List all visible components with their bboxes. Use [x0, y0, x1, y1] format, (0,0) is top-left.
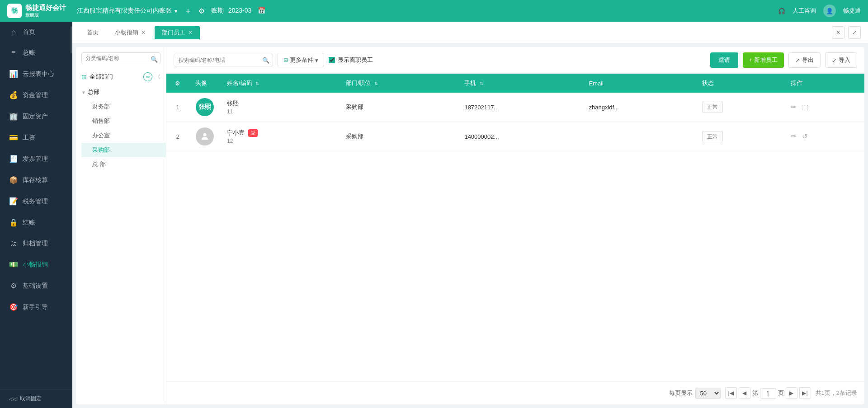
search-icon: 🔍: [262, 57, 269, 64]
col-dept[interactable]: 部门/职位 ⇅: [340, 74, 458, 93]
dept-item-hq[interactable]: 总 部: [81, 157, 166, 172]
delete-icon[interactable]: ↺: [802, 132, 808, 141]
tab-dept-emp-close-icon[interactable]: ✕: [188, 29, 193, 36]
add-employee-button[interactable]: + 新增员工: [743, 52, 784, 68]
dept-group-hq[interactable]: ▼ 总部: [76, 85, 166, 99]
emp-phone: 140000002...: [464, 133, 499, 140]
table-row: 1 张熙 张熙 11 采购部: [166, 93, 864, 122]
sidebar-item-reports[interactable]: 📊 云报表中心: [0, 63, 72, 84]
tab-expense[interactable]: 小畅报销 ✕: [108, 26, 153, 39]
page-size-select[interactable]: 50 10 20 100: [695, 388, 721, 399]
table-row: 2 宁小壹 应 12: [166, 122, 864, 151]
status-badge: 正常: [702, 102, 723, 113]
content-area: 首页 小畅报销 ✕ 部门员工 ✕ ✕ ⤢ 🔍: [72, 22, 868, 408]
home-icon: ⌂: [9, 28, 18, 36]
edit-icon[interactable]: ✏: [791, 132, 797, 141]
sidebar-scrollbar-thumb: [71, 26, 72, 53]
dept-item-office[interactable]: 办公室: [81, 128, 166, 143]
tab-maximize-button[interactable]: ⤢: [848, 26, 861, 39]
col-email: Email: [582, 74, 695, 93]
sidebar: ⌂ 首页 ≡ 总账 📊 云报表中心 💰 资金管理 🏢 固定资产 💳 工资 🧾 发…: [0, 22, 72, 408]
tab-dept-emp[interactable]: 部门员工 ✕: [155, 26, 200, 39]
sidebar-item-fixed-assets[interactable]: 🏢 固定资产: [0, 106, 72, 127]
sidebar-item-settings[interactable]: ⚙ 基础设置: [0, 275, 72, 296]
invoice-icon: 🧾: [9, 155, 18, 163]
app-name: 畅捷通好会计: [25, 4, 66, 11]
dept-search-container: 🔍: [76, 52, 166, 69]
sidebar-item-close[interactable]: 🔒 结账: [0, 212, 72, 233]
row-status-cell: 正常: [696, 93, 784, 122]
dept-item-sales[interactable]: 销售部: [81, 114, 166, 128]
all-dept-header[interactable]: ⊞ 全部部门 ✏ 《: [76, 69, 166, 85]
show-resigned-input[interactable]: [329, 57, 335, 63]
sidebar-item-expense[interactable]: 💵 小畅报销: [0, 254, 72, 275]
show-resigned-checkbox[interactable]: 显示离职员工: [329, 56, 373, 64]
sidebar-item-general-ledger[interactable]: ≡ 总账: [0, 42, 72, 63]
sidebar-item-home[interactable]: ⌂ 首页: [0, 22, 72, 42]
page-content: 🔍 ⊞ 全部部门 ✏ 《 ▼ 总部 财务部 销售部 办公室 采购部 总: [76, 47, 864, 404]
dept-collapse-icon[interactable]: 《: [155, 73, 160, 81]
sidebar-item-label: 结账: [23, 219, 35, 227]
col-status: 状态: [696, 74, 784, 93]
col-settings[interactable]: ⚙: [166, 74, 189, 93]
sidebar-item-label: 总账: [23, 49, 35, 57]
tab-dept-emp-label: 部门员工: [162, 28, 185, 37]
first-page-button[interactable]: |◀: [725, 387, 737, 399]
cancel-pin-button[interactable]: ◁◁ 取消固定: [0, 389, 72, 408]
sidebar-item-tax[interactable]: 📝 税务管理: [0, 191, 72, 212]
main-layout: ⌂ 首页 ≡ 总账 📊 云报表中心 💰 资金管理 🏢 固定资产 💳 工资 🧾 发…: [0, 22, 868, 408]
sidebar-item-guide[interactable]: 🎯 新手引导: [0, 296, 72, 318]
sidebar-item-label: 工资: [23, 134, 35, 142]
pin-icon: ◁◁: [9, 396, 17, 402]
archive-icon: 🗂: [9, 239, 18, 248]
dept-grid-icon: ⊞: [81, 73, 87, 80]
sidebar-item-payroll[interactable]: 💳 工资: [0, 127, 72, 148]
dept-search-input[interactable]: [81, 52, 160, 64]
page-input[interactable]: [760, 388, 776, 399]
sidebar-item-archive[interactable]: 🗂 归档管理: [0, 233, 72, 254]
support-label[interactable]: 人工咨询: [793, 7, 816, 15]
dept-item-finance[interactable]: 财务部: [81, 99, 166, 114]
export-icon: ↗: [795, 57, 800, 64]
toolbar: 🔍 ⊟ 更多条件 ▾ 显示离职员工 邀请 + 新增员工: [166, 47, 864, 74]
tab-home[interactable]: 首页: [80, 26, 106, 39]
col-name[interactable]: 姓名/编码 ⇅: [221, 74, 340, 93]
emp-code: 12: [227, 138, 333, 144]
sidebar-scrollbar[interactable]: [71, 22, 72, 408]
last-page-button[interactable]: ▶|: [799, 387, 811, 399]
col-phone[interactable]: 手机 ⇅: [458, 74, 582, 93]
invite-button[interactable]: 邀请: [710, 52, 738, 68]
toolbar-right: 邀请 + 新增员工 ↗ 导出 ↙ 导入: [710, 52, 857, 68]
dept-group-label: 总部: [88, 88, 99, 96]
filter-icon: ⊟: [283, 57, 288, 63]
dept-item-purchase[interactable]: 采购部: [81, 143, 166, 157]
emp-dept: 采购部: [346, 103, 363, 110]
user-name: 畅捷通: [843, 7, 861, 15]
tab-expense-close-icon[interactable]: ✕: [141, 29, 146, 36]
action-icons: ✏ ⬚: [791, 103, 858, 111]
page-total: 共1页，2条记录: [816, 389, 857, 397]
tab-bar: 首页 小畅报销 ✕ 部门员工 ✕ ✕ ⤢: [72, 22, 868, 43]
import-button[interactable]: ↙ 导入: [825, 52, 857, 68]
filter-button[interactable]: ⊟ 更多条件 ▾: [278, 53, 324, 67]
tab-expense-label: 小畅报销: [115, 28, 138, 37]
prev-page-button[interactable]: ◀: [739, 387, 750, 399]
row-status-cell: 正常: [696, 122, 784, 151]
emp-email: zhangxidf...: [589, 104, 619, 111]
settings-icon[interactable]: ⚙: [198, 7, 205, 15]
dept-arrow-icon: ▼: [81, 90, 86, 95]
tab-close-window-button[interactable]: ✕: [832, 26, 844, 39]
next-page-button[interactable]: ▶: [786, 387, 797, 399]
dept-edit-icon[interactable]: ✏: [143, 72, 152, 81]
tab-home-label: 首页: [87, 28, 99, 37]
sidebar-item-invoice[interactable]: 🧾 发票管理: [0, 148, 72, 169]
row-dept-cell: 采购部: [340, 93, 458, 122]
sidebar-item-inventory[interactable]: 📦 库存核算: [0, 169, 72, 191]
company-dropdown-icon[interactable]: ▾: [175, 8, 178, 14]
export-button[interactable]: ↗ 导出: [788, 52, 821, 68]
edit-icon[interactable]: ✏: [791, 103, 797, 111]
search-input[interactable]: [174, 54, 273, 66]
add-company-icon[interactable]: ＋: [184, 5, 192, 16]
sidebar-item-fund[interactable]: 💰 资金管理: [0, 84, 72, 106]
logout-icon[interactable]: ⬚: [802, 103, 808, 111]
